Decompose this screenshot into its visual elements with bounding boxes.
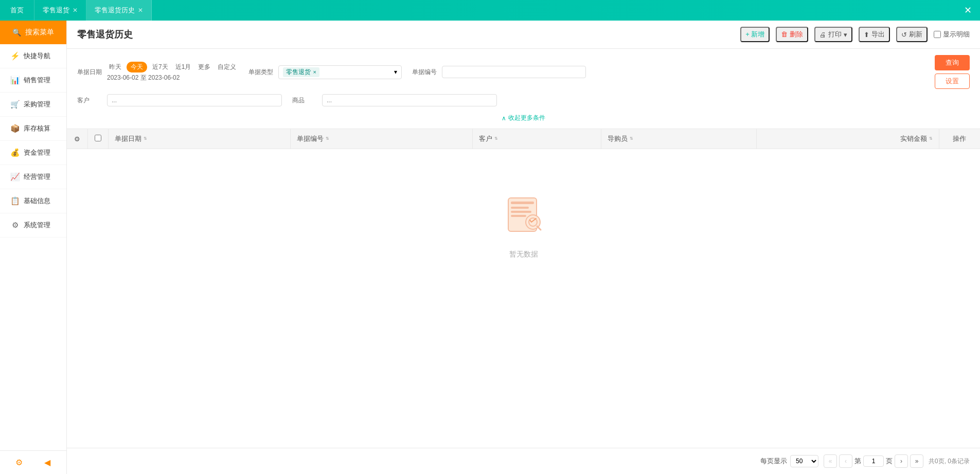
collapse-filter-btn[interactable]: ∧ 收起更多条件 — [502, 114, 545, 122]
sidebar-item-sales[interactable]: 📊 销售管理 — [0, 68, 66, 93]
display-toggle-checkbox[interactable] — [934, 31, 941, 38]
column-settings-icon[interactable]: ⚙ — [74, 135, 80, 143]
date-opt-custom[interactable]: 自定义 — [216, 62, 238, 72]
tab-retail-return-history-close[interactable]: ✕ — [138, 7, 143, 14]
basic-info-icon: 📋 — [10, 196, 20, 206]
empty-text: 暂无数据 — [509, 250, 538, 259]
tab-retail-return-history-label: 零售退货历史 — [95, 6, 135, 15]
page-first-btn[interactable]: « — [824, 454, 837, 468]
refresh-label: 刷新 — [909, 30, 922, 39]
th-date-sort[interactable]: 单据日期 ⇅ — [115, 134, 284, 143]
empty-state: 暂无数据 — [67, 149, 980, 300]
date-opt-1month[interactable]: 近1月 — [173, 62, 193, 72]
th-checkbox — [87, 129, 108, 149]
sidebar-item-quick-nav[interactable]: ⚡ 快捷导航 — [0, 44, 66, 68]
sidebar-item-basic-info[interactable]: 📋 基础信息 — [0, 189, 66, 213]
tab-retail-return-label: 零售退货 — [43, 6, 69, 15]
refresh-button[interactable]: ↺ 刷新 — [896, 27, 928, 42]
sidebar-item-finance[interactable]: 💰 资金管理 — [0, 141, 66, 165]
customer-filter-field: 客户 — [77, 94, 282, 106]
empty-icon — [498, 190, 549, 242]
th-amount-sort[interactable]: 实销金额 ⇅ — [763, 134, 932, 143]
th-guide-sort[interactable]: 导购员 ⇅ — [608, 134, 750, 143]
sidebar-item-system[interactable]: ⚙ 系统管理 — [0, 213, 66, 238]
tab-home[interactable]: 首页 — [0, 0, 34, 21]
number-filter-label: 单据编号 — [412, 68, 438, 77]
number-filter-input[interactable] — [442, 66, 586, 78]
date-opt-more[interactable]: 更多 — [196, 62, 212, 72]
type-filter-field: 单据类型 零售退货 × ▾ — [248, 65, 402, 79]
select-all-checkbox[interactable] — [95, 135, 101, 141]
sales-icon: 📊 — [10, 76, 20, 85]
sidebar-item-label: 采购管理 — [24, 100, 50, 109]
tab-retail-return-history[interactable]: 零售退货历史 ✕ — [86, 0, 152, 21]
sidebar-item-inventory[interactable]: 📦 库存核算 — [0, 117, 66, 141]
th-guide-label: 导购员 — [608, 134, 628, 143]
settings-btn[interactable]: ⚙ — [11, 455, 27, 470]
refresh-icon: ↺ — [901, 31, 907, 39]
export-label: 导出 — [871, 30, 885, 39]
inventory-icon: 📦 — [10, 124, 20, 133]
export-button[interactable]: ⬆ 导出 — [859, 27, 890, 42]
page-number-input[interactable] — [863, 455, 884, 467]
display-toggle-label: 显示明细 — [943, 30, 970, 39]
filter-row-2: 客户 商品 — [77, 94, 970, 106]
page-navigation: « ‹ 第 页 › » — [824, 454, 923, 468]
page-prev-btn[interactable]: ‹ — [839, 454, 852, 468]
th-number-sort[interactable]: 单据编号 ⇅ — [297, 134, 466, 143]
type-tag-close[interactable]: × — [313, 69, 316, 75]
filter-setting-button[interactable]: 设置 — [935, 74, 970, 89]
sidebar-item-operation[interactable]: 📈 经营管理 — [0, 165, 66, 189]
date-opt-7days[interactable]: 近7天 — [150, 62, 170, 72]
sidebar-item-purchase[interactable]: 🛒 采购管理 — [0, 93, 66, 117]
pagination-bar: 每页显示 50 10 20 100 « ‹ 第 页 › » 共0页, 0条记录 — [67, 448, 980, 474]
tab-retail-return[interactable]: 零售退货 ✕ — [34, 0, 86, 21]
filter-area: 单据日期 昨天 今天 近7天 近1月 更多 自定义 2023-06-02 至 2… — [67, 49, 980, 129]
sidebar-item-label: 快捷导航 — [24, 51, 50, 61]
th-actions-label: 操作 — [953, 135, 966, 142]
sidebar-item-label: 销售管理 — [24, 76, 50, 85]
collapse-row: ∧ 收起更多条件 — [77, 112, 970, 122]
type-filter-dropdown[interactable]: 零售退货 × ▾ — [278, 65, 402, 79]
print-dropdown-icon: ▾ — [844, 31, 847, 39]
sidebar-item-label: 基础信息 — [24, 196, 50, 206]
table-body: 暂无数据 — [67, 149, 980, 301]
table-header: ⚙ 单据日期 ⇅ 单据编号 — [67, 129, 980, 149]
page-size-select[interactable]: 50 10 20 100 — [790, 455, 818, 467]
sort-number-icon: ⇅ — [326, 137, 329, 141]
collapse-label: 收起更多条件 — [508, 114, 545, 122]
system-icon: ⚙ — [10, 221, 20, 230]
window-close-btn[interactable]: ✕ — [964, 5, 980, 16]
page-title: 零售退货历史 — [77, 28, 133, 41]
date-opt-today[interactable]: 今天 — [127, 62, 147, 72]
print-button[interactable]: 🖨 打印 ▾ — [814, 27, 852, 42]
th-amount-label: 实销金额 — [900, 134, 927, 143]
delete-button[interactable]: 🗑 删除 — [776, 27, 808, 42]
goods-filter-input[interactable] — [322, 94, 497, 106]
customer-filter-input[interactable] — [107, 94, 282, 106]
main-layout: 🔍 搜索菜单 ⚡ 快捷导航 📊 销售管理 🛒 采购管理 📦 库存核算 💰 — [0, 21, 980, 474]
filter-row-1: 单据日期 昨天 今天 近7天 近1月 更多 自定义 2023-06-02 至 2… — [77, 55, 970, 89]
th-customer-sort[interactable]: 客户 ⇅ — [479, 134, 595, 143]
page-next-btn[interactable]: › — [895, 454, 908, 468]
type-tag: 零售退货 × — [283, 67, 319, 77]
page-last-btn[interactable]: » — [910, 454, 923, 468]
collapse-icon: ∧ — [502, 115, 506, 122]
th-settings[interactable]: ⚙ — [67, 129, 87, 149]
date-filter-field: 单据日期 昨天 今天 近7天 近1月 更多 自定义 2023-06-02 至 2… — [77, 62, 238, 82]
content-area: 零售退货历史 + 新增 🗑 删除 🖨 打印 ▾ ⬆ 导出 ↺ — [67, 21, 980, 474]
sidebar-search[interactable]: 🔍 搜索菜单 — [0, 21, 66, 44]
display-toggle[interactable]: 显示明细 — [934, 30, 970, 39]
finance-icon: 💰 — [10, 148, 20, 157]
date-opt-yesterday[interactable]: 昨天 — [107, 62, 123, 72]
tab-retail-return-close[interactable]: ✕ — [73, 7, 78, 14]
sidebar-nav: ⚡ 快捷导航 📊 销售管理 🛒 采购管理 📦 库存核算 💰 资金管理 📈 — [0, 44, 66, 450]
number-filter-field: 单据编号 — [412, 66, 586, 78]
page-size-selector: 每页显示 50 10 20 100 — [760, 455, 818, 467]
query-button[interactable]: 查询 — [935, 55, 970, 70]
page-size-label: 每页显示 — [760, 457, 787, 466]
collapse-sidebar-btn[interactable]: ◀ — [40, 455, 55, 470]
date-options: 昨天 今天 近7天 近1月 更多 自定义 2023-06-02 至 2023-0… — [107, 62, 238, 82]
add-button[interactable]: + 新增 — [740, 27, 770, 42]
tab-bar: 首页 零售退货 ✕ 零售退货历史 ✕ — [0, 0, 964, 21]
